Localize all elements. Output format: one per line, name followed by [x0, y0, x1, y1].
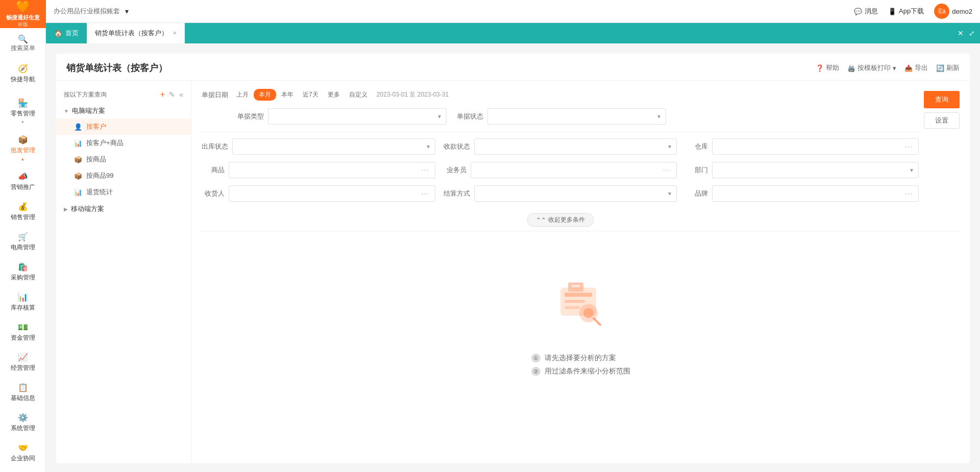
goods-icon: 📦 [74, 156, 82, 163]
sidebar-quick-nav[interactable]: 🧭 快捷导航 [0, 59, 45, 89]
date-tab-this-month[interactable]: 本月 [254, 89, 276, 101]
date-tab-last-month[interactable]: 上月 [232, 88, 253, 101]
content-layout: 按以下方案查询 + ✎ « ▼ 电脑端方案 👤 按客户 [56, 81, 970, 463]
empty-hint-2: ② 用过滤条件来缩小分析范围 [531, 367, 630, 376]
page-actions: ❓ 帮助 🖨️ 按模板打印 ▾ 📤 导出 🔄 刷新 [816, 63, 960, 73]
message-btn[interactable]: 💬 消息 [854, 7, 878, 16]
search-menu[interactable]: 🔍 搜索菜单 [8, 28, 38, 59]
warehouse-control[interactable]: ··· [712, 138, 919, 155]
date-tab-7days[interactable]: 近7天 [299, 88, 323, 101]
filter-date-field: 单据日期 上月 本月 本年 近7天 更多 自定义 [202, 88, 449, 101]
filter-department: 部门 ▾ [685, 162, 919, 178]
filter-row-3: 商品 ··· 业务员 ··· [202, 162, 919, 178]
empty-illustration [550, 272, 611, 343]
date-tab-more[interactable]: 更多 [324, 88, 344, 101]
sidebar-item-inventory[interactable]: 📊 库存核算 [0, 287, 45, 317]
filter-wrapper: 单据日期 上月 本月 本年 近7天 更多 自定义 [202, 88, 960, 231]
print-btn[interactable]: 🖨️ 按模板打印 ▾ [847, 63, 896, 73]
print-icon: 🖨️ [847, 64, 855, 72]
sidebar-item-retail[interactable]: 🏪 零售管理 ▾ [0, 93, 45, 130]
user-profile[interactable]: Ea demo2 [934, 4, 972, 19]
order-type-control[interactable]: ▾ [268, 108, 447, 125]
filter-row-2: 出库状态 ▾ 收款状态 ▾ [202, 138, 919, 155]
settings-btn[interactable]: 设置 [924, 112, 960, 129]
tab-close-icon[interactable]: × [173, 30, 177, 37]
sidebar-item-guide[interactable]: 🎯 新手引导 [0, 468, 45, 472]
scheme-item-customer-goods[interactable]: 📊 按客户+商品 [56, 135, 191, 151]
out-status-control[interactable]: ▾ [232, 138, 435, 155]
brand-control[interactable]: ··· [712, 185, 919, 202]
date-tab-this-year[interactable]: 本年 [277, 88, 298, 101]
payment-status-control[interactable]: ▾ [474, 138, 677, 155]
filter-row-1: 单据日期 上月 本月 本年 近7天 更多 自定义 [202, 88, 919, 101]
help-btn[interactable]: ❓ 帮助 [816, 63, 839, 73]
scheme-item-goods[interactable]: 📦 按商品 [56, 151, 191, 168]
recipient-control[interactable]: ··· [229, 185, 435, 202]
salesman-control[interactable]: ··· [471, 162, 677, 178]
basic-icon: 📋 [18, 383, 28, 392]
department-control[interactable]: ▾ [712, 162, 919, 178]
sidebar-item-collab[interactable]: 🤝 企业协同 [0, 438, 45, 468]
sidebar-item-operations[interactable]: 📈 经营管理 [0, 347, 45, 377]
refresh-btn[interactable]: 🔄 刷新 [936, 63, 960, 73]
warehouse-label: 仓库 [685, 142, 708, 151]
scheme-collapse-btn[interactable]: « [179, 90, 183, 99]
scheme-add-btn[interactable]: + [160, 90, 165, 99]
order-type-label: 单据类型 [237, 112, 264, 121]
scheme-panel: 按以下方案查询 + ✎ « ▼ 电脑端方案 👤 按客户 [56, 81, 191, 463]
date-filter: 上月 本月 本年 近7天 更多 自定义 2023-03-01 至 2023-03… [232, 88, 449, 101]
scheme-group-mobile-header[interactable]: ▶ 移动端方案 [56, 201, 191, 217]
sidebar-item-finance[interactable]: 💵 资金管理 [0, 317, 45, 347]
scheme-header-actions: + ✎ « [160, 90, 183, 99]
filter-order-type: 单据类型 ▾ [237, 108, 447, 125]
collapse-arrow-icon: ⌃⌃ [536, 217, 546, 224]
window-maximize-btn[interactable]: ⤢ [969, 29, 975, 37]
filter-order-status: 单据状态 ▾ [457, 108, 666, 125]
sidebar-item-system[interactable]: ⚙️ 系统管理 [0, 408, 45, 438]
sidebar-item-wholesale[interactable]: 📦 批发管理 ▴ [0, 130, 45, 167]
wholesale-icon: 📦 [18, 135, 28, 145]
sidebar-item-ecommerce[interactable]: 🛒 电商管理 [0, 227, 45, 257]
home-icon: 🏠 [54, 30, 62, 37]
settlement-control[interactable]: ▾ [474, 185, 677, 202]
system-icon: ⚙️ [18, 413, 28, 422]
goods-control[interactable]: ··· [229, 162, 435, 178]
export-icon: 📤 [904, 64, 913, 72]
filter-fields: 单据日期 上月 本月 本年 近7天 更多 自定义 [202, 88, 919, 231]
breadcrumb-dropdown[interactable]: ▾ [125, 7, 129, 15]
page-container: 销货单统计表（按客户） ❓ 帮助 🖨️ 按模板打印 ▾ 📤 导出 🔄 刷新 [56, 54, 970, 463]
export-btn[interactable]: 📤 导出 [904, 63, 928, 73]
sidebar-item-marketing[interactable]: 📣 营销推广 [0, 167, 45, 197]
sidebar-item-sales[interactable]: 💰 销售管理 [0, 197, 45, 227]
empty-hint-1: ① 请先选择要分析的方案 [531, 353, 630, 363]
scheme-item-returns[interactable]: 📊 退货统计 [56, 184, 191, 200]
window-close-btn[interactable]: ✕ [958, 29, 964, 37]
goods-dots-icon: ··· [422, 167, 430, 174]
scheme-edit-btn[interactable]: ✎ [169, 90, 175, 99]
svg-rect-1 [565, 293, 592, 297]
logo-text: 畅捷通好生意 [6, 14, 40, 21]
svg-line-6 [594, 318, 600, 325]
query-btn[interactable]: 查询 [924, 91, 960, 108]
order-status-control[interactable]: ▾ [487, 108, 666, 125]
app-download-btn[interactable]: 📱 App下载 [888, 7, 924, 16]
recipient-label: 收货人 [202, 189, 225, 198]
tab-sales-stats[interactable]: 销货单统计表（按客户） × [87, 23, 185, 43]
scheme-item-goods99[interactable]: 📦 按商品99 [56, 168, 191, 184]
sidebar-item-purchase[interactable]: 🛍️ 采购管理 [0, 257, 45, 287]
tab-home[interactable]: 🏠 首页 [46, 23, 87, 43]
filter-salesman: 业务员 ··· [444, 162, 677, 178]
collapse-bar: ⌃⌃ 收起更多条件 [202, 209, 919, 231]
sidebar: 🧡 畅捷通好生意 标版 🔍 搜索菜单 🧭 快捷导航 🏪 零售管理 ▾ 📦 批发管… [0, 0, 46, 472]
scheme-item-customer[interactable]: 👤 按客户 [56, 119, 191, 135]
header-left: 办公用品行业模拟账套 ▾ [54, 7, 129, 16]
scheme-group-desktop-header[interactable]: ▼ 电脑端方案 [56, 103, 191, 119]
page-header: 销货单统计表（按客户） ❓ 帮助 🖨️ 按模板打印 ▾ 📤 导出 🔄 刷新 [56, 54, 970, 81]
help-icon: ❓ [816, 64, 824, 72]
sidebar-item-basic[interactable]: 📋 基础信息 [0, 377, 45, 408]
date-tab-custom[interactable]: 自定义 [345, 88, 372, 101]
collapse-conditions-btn[interactable]: ⌃⌃ 收起更多条件 [527, 213, 594, 227]
main-content: 销货单统计表（按客户） ❓ 帮助 🖨️ 按模板打印 ▾ 📤 导出 🔄 刷新 [46, 43, 980, 472]
sales-icon: 💰 [18, 202, 28, 211]
out-status-label: 出库状态 [202, 142, 228, 151]
